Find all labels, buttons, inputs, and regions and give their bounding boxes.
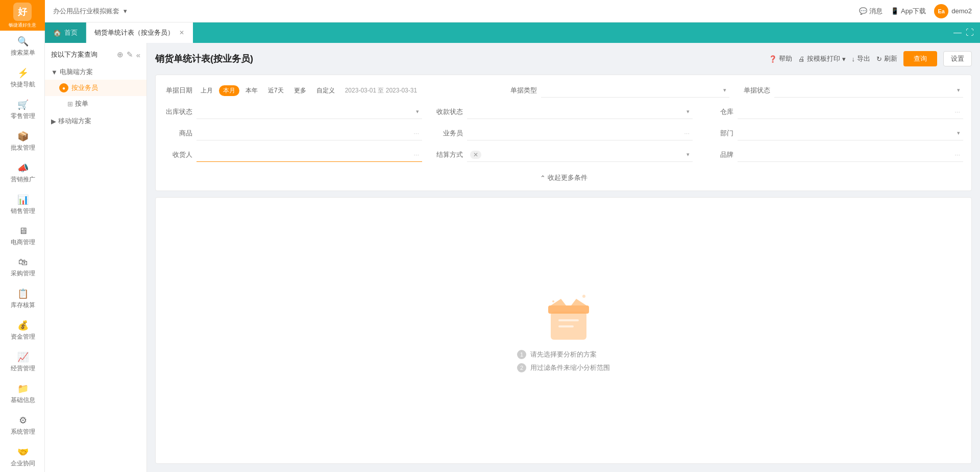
sidebar-item-inventory[interactable]: 📋库存核算 xyxy=(0,283,44,315)
settlement-label: 结算方式 xyxy=(434,150,463,159)
filter-doc-type: 单据类型 ▾ xyxy=(508,83,730,98)
help-btn[interactable]: ❓ 帮助 xyxy=(769,54,792,63)
tabbar: 🏠 首页 销货单统计表（按业务员） ✕ — ⛶ xyxy=(45,22,980,43)
sidebar-item-sales[interactable]: 📊销售管理 xyxy=(0,189,44,221)
main-area: 办公用品行业模拟账套 ▾ 💬 消息 📱 App下载 Ea demo2 🏠 首页 xyxy=(45,0,980,472)
sidebar-item-system[interactable]: ⚙系统管理 xyxy=(0,410,44,441)
tab-sales-stat[interactable]: 销货单统计表（按业务员） ✕ xyxy=(86,22,193,43)
warehouse-control[interactable]: ··· xyxy=(738,105,963,119)
filter-row-1: 单据日期 上月 本月 本年 近7天 更多 自定义 2023-03-01 至 20… xyxy=(164,83,963,98)
tab-minimize-btn[interactable]: — xyxy=(953,28,962,37)
salesperson-control[interactable]: ··· xyxy=(467,126,693,140)
print-dropdown-arrow[interactable]: ▾ xyxy=(842,55,846,63)
sidebar-item-ecommerce[interactable]: 🖥电商管理 xyxy=(0,221,44,252)
filter-warehouse: 仓库 ··· xyxy=(705,105,963,119)
doc-type-arrow: ▾ xyxy=(723,87,726,93)
panel-group-mobile-header[interactable]: ▶ 移动端方案 xyxy=(45,113,146,129)
filter-row-2: 出库状态 ▾ 收款状态 ▾ 仓库 xyxy=(164,105,963,119)
page-title: 销货单统计表(按业务员) xyxy=(155,53,253,65)
goods-control[interactable]: ··· xyxy=(197,126,422,140)
query-btn[interactable]: 查询 xyxy=(903,51,937,66)
sidebar: 好 畅捷通好生意 🔍搜索菜单⚡快捷导航🛒零售管理📦批发管理📣营销推广📊销售管理🖥… xyxy=(0,0,45,472)
date-tab-last-7[interactable]: 近7天 xyxy=(264,85,288,96)
sidebar-item-marketing[interactable]: 📣营销推广 xyxy=(0,157,44,189)
tabbar-actions: — ⛶ xyxy=(953,28,980,37)
date-tab-this-year[interactable]: 本年 xyxy=(241,85,262,96)
salesperson-item-icon: ● xyxy=(59,83,68,92)
sidebar-item-basic[interactable]: 📁基础信息 xyxy=(0,378,44,410)
consignee-control[interactable]: ··· xyxy=(197,148,422,162)
date-range-text: 2023-03-01 至 2023-03-31 xyxy=(345,86,417,95)
sidebar-item-purchase[interactable]: 🛍采购管理 xyxy=(0,252,44,283)
sales-icon: 📊 xyxy=(17,194,29,205)
export-btn[interactable]: ↓ 导出 xyxy=(852,54,871,63)
tab-sales-stat-label: 销货单统计表（按业务员） xyxy=(94,28,174,37)
user-initials: Ea xyxy=(938,8,945,14)
pay-status-label: 收款状态 xyxy=(434,107,463,116)
sidebar-label-wholesale: 批发管理 xyxy=(11,144,35,152)
quick-nav-icon: ⚡ xyxy=(17,67,29,79)
sidebar-item-quick-nav[interactable]: ⚡快捷导航 xyxy=(0,62,44,94)
filter-goods: 商品 ··· xyxy=(164,126,422,140)
left-panel-title: 按以下方案查询 xyxy=(51,50,97,59)
doc-type-control[interactable]: ▾ xyxy=(541,83,730,98)
dept-control[interactable]: ▾ xyxy=(738,126,963,140)
app-download-btn[interactable]: 📱 App下载 xyxy=(891,7,926,16)
panel-sub-item-by-order[interactable]: ⊞ 按单 xyxy=(45,96,146,111)
sidebar-item-corp[interactable]: 🤝企业协同 xyxy=(0,441,44,472)
user-profile[interactable]: Ea demo2 xyxy=(934,4,972,18)
refresh-label: 刷新 xyxy=(884,54,897,63)
page-actions: ❓ 帮助 🖨 按模板打印 ▾ ↓ 导出 ↻ 刷新 xyxy=(769,51,972,66)
message-btn[interactable]: 💬 消息 xyxy=(859,7,883,16)
settlement-tag-clear[interactable]: ✕ xyxy=(473,151,478,158)
help-icon: ❓ xyxy=(769,55,777,63)
svg-point-5 xyxy=(552,300,554,302)
panel-add-btn[interactable]: ⊕ xyxy=(117,50,124,59)
date-tab-more[interactable]: 更多 xyxy=(290,85,310,96)
topbar-left: 办公用品行业模拟账套 ▾ xyxy=(53,7,127,16)
tab-maximize-btn[interactable]: ⛶ xyxy=(966,28,974,37)
out-status-control[interactable]: ▾ xyxy=(197,105,422,119)
date-tab-this-month[interactable]: 本月 xyxy=(219,85,239,96)
brand-dots: ··· xyxy=(954,151,960,158)
search-icon: 🔍 xyxy=(17,36,29,47)
doc-status-control[interactable]: ▾ xyxy=(774,83,963,98)
sidebar-item-wholesale[interactable]: 📦批发管理 xyxy=(0,126,44,157)
settlement-control[interactable]: ✕ ▾ xyxy=(467,148,693,162)
tab-home[interactable]: 🏠 首页 xyxy=(45,22,86,43)
hint-num-1: 1 xyxy=(517,350,526,359)
panel-group-desktop-header[interactable]: ▼ 电脑端方案 xyxy=(45,64,146,80)
settlement-arrow: ▾ xyxy=(687,151,690,158)
panel-collapse-btn[interactable]: « xyxy=(136,51,140,59)
empty-state: 1 请先选择要分析的方案 2 用过滤条件来缩小分析范围 xyxy=(155,197,972,464)
filter-row-4: 收货人 ··· 结算方式 ✕ ▾ xyxy=(164,148,963,162)
app-download-label: App下载 xyxy=(901,7,926,16)
panel-item-by-salesperson[interactable]: ● 按业务员 xyxy=(45,80,146,96)
sidebar-label-sales: 销售管理 xyxy=(11,207,35,216)
print-btn[interactable]: 🖨 按模板打印 ▾ xyxy=(798,54,846,63)
left-panel-header: 按以下方案查询 ⊕ ✎ « xyxy=(45,47,146,62)
settlement-tag: ✕ xyxy=(470,151,481,159)
doc-type-label: 单据类型 xyxy=(508,86,537,95)
breadcrumb-dropdown-arrow[interactable]: ▾ xyxy=(124,7,127,15)
brand-control[interactable]: ··· xyxy=(738,148,963,162)
date-tab-last-month[interactable]: 上月 xyxy=(197,85,217,96)
sidebar-item-finance[interactable]: 💰资金管理 xyxy=(0,315,44,346)
filter-date: 单据日期 上月 本月 本年 近7天 更多 自定义 2023-03-01 至 20… xyxy=(164,85,496,96)
collapse-btn[interactable]: ⌃ 收起更多条件 xyxy=(540,173,587,182)
sidebar-item-ops[interactable]: 📈经营管理 xyxy=(0,346,44,378)
doc-status-arrow: ▾ xyxy=(957,87,960,93)
sidebar-item-search[interactable]: 🔍搜索菜单 xyxy=(0,31,44,62)
sidebar-item-retail[interactable]: 🛒零售管理 xyxy=(0,94,44,126)
export-label: 导出 xyxy=(857,54,870,63)
empty-hint-1: 1 请先选择要分析的方案 xyxy=(517,350,610,359)
group-arrow-icon: ▼ xyxy=(51,68,58,76)
panel-edit-btn[interactable]: ✎ xyxy=(127,50,133,59)
date-tab-custom[interactable]: 自定义 xyxy=(312,85,339,96)
corp-icon: 🤝 xyxy=(17,446,29,458)
left-panel: 按以下方案查询 ⊕ ✎ « ▼ 电脑端方案 ● 按业务员 ⊞ 按 xyxy=(45,43,147,472)
settings-btn[interactable]: 设置 xyxy=(943,51,972,66)
refresh-btn[interactable]: ↻ 刷新 xyxy=(876,54,897,63)
tab-close-btn[interactable]: ✕ xyxy=(179,29,184,36)
pay-status-control[interactable]: ▾ xyxy=(467,105,693,119)
